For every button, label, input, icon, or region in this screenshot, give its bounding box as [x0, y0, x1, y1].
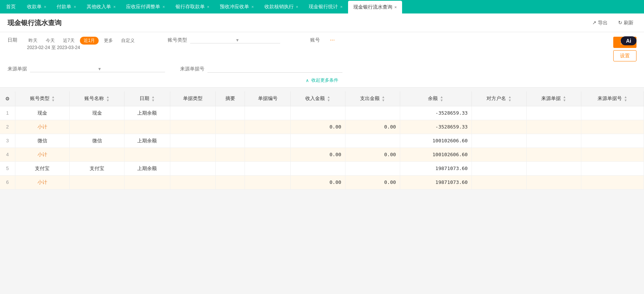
- nav-close-icon[interactable]: ×: [340, 4, 342, 9]
- cell-doc_type: [170, 148, 216, 161]
- cell-source_doc_no: [581, 175, 644, 189]
- cell-doc_type: [170, 161, 216, 175]
- cell-date: 上期余额: [125, 161, 170, 175]
- column-source-doc[interactable]: 来源单据 ▲▼: [526, 91, 581, 106]
- column-account-name[interactable]: 账号名称 ▲▼: [70, 91, 125, 106]
- cell-counterpart: [471, 106, 526, 120]
- cell-balance: 19871073.60: [400, 161, 471, 175]
- cell-subtotal-label: 小计: [15, 148, 70, 161]
- source-doc-select[interactable]: ▼: [30, 66, 165, 72]
- nav-tab-收款核销执行[interactable]: 收款核销执行 ×: [259, 0, 303, 13]
- table-row: 1现金现金上期余额-3528659.33: [0, 106, 644, 120]
- nav-close-icon[interactable]: ×: [44, 4, 46, 9]
- date-today[interactable]: 今天: [43, 37, 58, 45]
- nav-tab-银行存取款单[interactable]: 银行存取款单 ×: [170, 0, 215, 13]
- cell-account_type: 支付宝: [15, 161, 70, 175]
- page-header: 现金银行流水查询 ↗ 导出 ↻ 刷新: [0, 13, 644, 32]
- ai-badge[interactable]: Ai: [621, 36, 636, 45]
- cell-doc_type: [170, 134, 216, 148]
- refresh-button[interactable]: ↻ 刷新: [615, 18, 636, 28]
- data-table: ⚙ 账号类型 ▲▼ 账号名称 ▲▼ 日期 ▲▼ 单据类型 摘要 单据编号 收入金…: [0, 91, 644, 190]
- column-expense[interactable]: 支出金额 ▲▼: [345, 91, 400, 106]
- column-gear[interactable]: ⚙: [0, 91, 15, 106]
- cell-counterpart: [471, 161, 526, 175]
- cell-date: [125, 148, 170, 161]
- cell-source_doc_no: [581, 148, 644, 161]
- cell-summary: [216, 175, 245, 189]
- cell-summary: [216, 134, 245, 148]
- date-1month[interactable]: 近1月: [80, 37, 99, 45]
- nav-close-icon[interactable]: ×: [251, 4, 254, 9]
- cell-expense: [345, 161, 400, 175]
- nav-tab-现金银行统计[interactable]: 现金银行统计 ×: [303, 0, 348, 13]
- date-yesterday[interactable]: 昨天: [26, 37, 41, 45]
- column-date[interactable]: 日期 ▲▼: [125, 91, 170, 106]
- nav-home[interactable]: 首页: [0, 0, 22, 13]
- nav-tab-收款单[interactable]: 收款单 ×: [22, 0, 51, 13]
- cell-doc_no: [245, 175, 291, 189]
- export-button[interactable]: ↗ 导出: [589, 18, 611, 28]
- top-nav: 首页 收款单 × 付款单 × 其他收入单 × 应收应付调整单 × 银行存取款单 …: [0, 0, 644, 13]
- nav-tab-付款单[interactable]: 付款单 ×: [51, 0, 81, 13]
- cell-account_name: 支付宝: [70, 161, 125, 175]
- date-custom[interactable]: 自定义: [118, 37, 138, 45]
- account-label: 账号: [310, 37, 325, 43]
- page-title: 现金银行流水查询: [8, 18, 62, 27]
- account-type-label: 账号类型: [168, 37, 187, 43]
- source-doc-num-input[interactable]: [207, 65, 342, 73]
- date-range-display: 2023-02-24 至 2023-03-24: [27, 45, 138, 51]
- nav-close-icon[interactable]: ×: [162, 4, 165, 9]
- cell-source_doc_no: [581, 106, 644, 120]
- cell-source_doc: [526, 106, 581, 120]
- nav-close-icon[interactable]: ×: [395, 5, 397, 9]
- cell-doc_no: [245, 161, 291, 175]
- nav-tab-现金银行流水查询[interactable]: 现金银行流水查询 ×: [348, 1, 402, 13]
- cell-source_doc: [526, 175, 581, 189]
- nav-tab-预收冲应收单[interactable]: 预收冲应收单 ×: [215, 0, 259, 13]
- date-filter-label: 日期: [8, 37, 23, 43]
- cell-account_name: [70, 148, 125, 161]
- cell-balance: 100102606.60: [400, 148, 471, 161]
- settings-button[interactable]: 设置: [613, 50, 636, 61]
- date-more[interactable]: 更多: [101, 37, 116, 45]
- column-balance[interactable]: 余额 ▲▼: [400, 91, 471, 106]
- cell-account_type: 现金: [15, 106, 70, 120]
- cell-doc_no: [245, 106, 291, 120]
- cell-income: 0.00: [291, 120, 345, 134]
- nav-tab-应收应付调整单[interactable]: 应收应付调整单 ×: [121, 0, 170, 13]
- cell-source_doc: [526, 120, 581, 134]
- nav-close-icon[interactable]: ×: [296, 4, 298, 9]
- nav-close-icon[interactable]: ×: [113, 4, 116, 9]
- cell-income: [291, 106, 345, 120]
- cell-row-num: 2: [0, 120, 15, 134]
- column-counterpart[interactable]: 对方户名 ▲▼: [471, 91, 526, 106]
- cell-row-num: 1: [0, 106, 15, 120]
- source-doc-num-label: 来源单据号: [180, 66, 204, 72]
- source-doc-label: 来源单据: [8, 66, 27, 72]
- nav-tab-其他收入单[interactable]: 其他收入单 ×: [81, 0, 121, 13]
- nav-close-icon[interactable]: ×: [207, 4, 209, 9]
- cell-expense: 0.00: [345, 175, 400, 189]
- cell-subtotal-label: 小计: [15, 175, 70, 189]
- cell-income: [291, 134, 345, 148]
- export-icon: ↗: [592, 20, 596, 25]
- account-ellipsis-button[interactable]: ···: [328, 37, 336, 43]
- cell-row-num: 6: [0, 175, 15, 189]
- column-account-type[interactable]: 账号类型 ▲▼: [15, 91, 70, 106]
- account-type-select[interactable]: ▼: [190, 37, 280, 43]
- collapse-bar[interactable]: ∧ 收起更多条件: [8, 76, 636, 84]
- cell-income: 0.00: [291, 148, 345, 161]
- cell-date: 上期余额: [125, 134, 170, 148]
- table-row: 6小计0.000.0019871073.60: [0, 175, 644, 189]
- cell-balance: 19871073.60: [400, 175, 471, 189]
- cell-doc_type: [170, 175, 216, 189]
- cell-expense: [345, 134, 400, 148]
- column-source-doc-no[interactable]: 来源单据号 ▲▼: [581, 91, 644, 106]
- nav-close-icon[interactable]: ×: [74, 4, 76, 9]
- cell-source_doc_no: [581, 134, 644, 148]
- cell-source_doc: [526, 134, 581, 148]
- column-doc-no: 单据编号: [245, 91, 291, 106]
- column-income[interactable]: 收入金额 ▲▼: [291, 91, 345, 106]
- column-doc-type: 单据类型: [170, 91, 216, 106]
- date-7days[interactable]: 近7天: [60, 37, 78, 45]
